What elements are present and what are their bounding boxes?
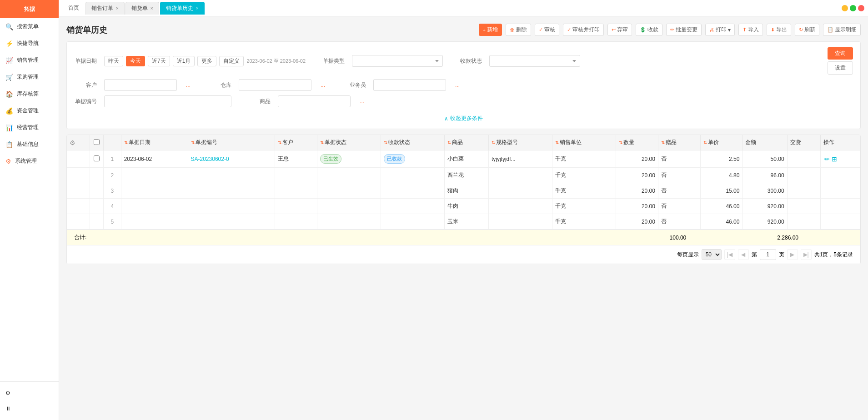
display-detail-button[interactable]: 📋 显示明细: [823, 24, 861, 36]
row-pay-status-4: [381, 214, 445, 230]
row-checkbox-1[interactable]: [90, 168, 103, 183]
sales-rep-input[interactable]: [373, 79, 446, 91]
collapse-icon: ⏸: [5, 405, 11, 412]
col-qty[interactable]: ⇅数量: [616, 135, 658, 150]
tab-sales-order-close[interactable]: ×: [116, 6, 119, 11]
doc-type-select[interactable]: [352, 55, 443, 67]
pay-status-badge-0: 已收款: [384, 154, 405, 164]
table-header-row: ⚙ ⇅单据日期 ⇅单据编号 ⇅客户 ⇅单据状态 ⇅收款状态 ⇅商品 ⇅规格型号 …: [67, 135, 860, 150]
col-settings-icon[interactable]: ⚙: [70, 139, 75, 146]
delete-button[interactable]: 🗑 删除: [506, 24, 531, 36]
tab-sales-history[interactable]: 销货单历史 ×: [160, 2, 205, 15]
refresh-button[interactable]: ↻ 刷新: [795, 24, 819, 36]
col-doc-date[interactable]: ⇅单据日期: [121, 135, 188, 150]
product-dots[interactable]: ...: [358, 98, 366, 105]
col-settings[interactable]: ⚙: [67, 135, 90, 150]
sidebar-item-purchase-mgmt[interactable]: 🛒 采购管理: [0, 69, 59, 85]
sidebar-item-search-menu[interactable]: 🔍 搜索菜单: [0, 18, 59, 35]
sales-rep-dots[interactable]: ...: [453, 82, 462, 88]
date-btn-1month[interactable]: 近1月: [173, 56, 195, 66]
tab-home[interactable]: 首页: [63, 2, 85, 15]
sidebar-item-finance[interactable]: 💰 资金管理: [0, 102, 59, 119]
sidebar-item-ops[interactable]: 📊 经营管理: [0, 119, 59, 136]
per-page-select[interactable]: 50: [702, 249, 722, 260]
tab-sales-order[interactable]: 销售订单 ×: [85, 2, 125, 15]
row-doc-no-3[interactable]: [188, 199, 275, 214]
product-input[interactable]: [278, 95, 351, 107]
row-checkbox-3[interactable]: [90, 199, 103, 214]
export-button[interactable]: ⬇ 导出: [767, 24, 791, 36]
collect-button[interactable]: 💲 收款: [636, 24, 662, 36]
col-doc-status[interactable]: ⇅单据状态: [317, 135, 381, 150]
filter-settings-button[interactable]: 设置: [828, 61, 853, 75]
row-doc-no-2[interactable]: [188, 183, 275, 199]
sidebar-collapse-btn[interactable]: ⏸: [0, 401, 59, 416]
customer-input[interactable]: [104, 79, 177, 91]
row-gift-4: 否: [658, 214, 700, 230]
prev-page-btn[interactable]: ◀: [738, 249, 749, 260]
audit-print-button[interactable]: ✓ 审核并打印: [563, 24, 604, 36]
sidebar-item-basic-info[interactable]: 📋 基础信息: [0, 136, 59, 153]
date-btn-yesterday[interactable]: 昨天: [104, 56, 123, 66]
audit-button[interactable]: ✓ 审核: [535, 24, 559, 36]
batch-change-button[interactable]: ✏ 批量变更: [666, 24, 702, 36]
tab-sales-history-close[interactable]: ×: [196, 6, 199, 11]
payment-status-select[interactable]: [489, 55, 580, 67]
last-page-btn[interactable]: ▶|: [801, 249, 812, 260]
print-button[interactable]: 🖨 打印 ▾: [705, 24, 735, 36]
sidebar-item-sales-mgmt[interactable]: 📈 销售管理: [0, 52, 59, 69]
date-btn-more[interactable]: 更多: [197, 56, 216, 66]
col-pay-status[interactable]: ⇅收款状态: [381, 135, 445, 150]
toolbar: + 新增 🗑 删除 ✓ 审核 ✓ 审核并打印 ↩ 弃审: [479, 24, 861, 36]
select-all-checkbox[interactable]: [94, 139, 100, 145]
row-doc-no-0[interactable]: SA-20230602-0: [188, 150, 275, 168]
sidebar-item-inventory[interactable]: 🏠 库存核算: [0, 85, 59, 102]
doc-no-label: 单据编号: [74, 98, 97, 105]
total-info: 共1页，5条记录: [814, 251, 853, 259]
col-customer[interactable]: ⇅客户: [275, 135, 317, 150]
maximize-button[interactable]: [850, 5, 856, 11]
col-unit[interactable]: ⇅销售单位: [552, 135, 616, 150]
row-doc-no-4[interactable]: [188, 214, 275, 230]
filter-row-3: 单据编号 商品 ...: [74, 95, 853, 107]
first-page-btn[interactable]: |◀: [724, 249, 735, 260]
col-unit-price[interactable]: ⇅单价: [700, 135, 743, 150]
row-checkbox-0[interactable]: [90, 150, 103, 168]
warehouse-input[interactable]: [239, 79, 311, 91]
collapse-btn[interactable]: ∧ 收起更多条件: [74, 112, 853, 123]
col-product[interactable]: ⇅商品: [445, 135, 489, 150]
col-gift[interactable]: ⇅赠品: [658, 135, 700, 150]
row-delete-btn-0[interactable]: ⊞: [831, 155, 838, 163]
close-button[interactable]: [858, 5, 864, 11]
sidebar-settings-btn[interactable]: ⚙: [0, 385, 59, 401]
row-spec-1: [488, 168, 552, 183]
col-doc-no[interactable]: ⇅单据编号: [188, 135, 275, 150]
next-page-btn[interactable]: ▶: [787, 249, 798, 260]
date-btn-custom[interactable]: 自定义: [219, 56, 244, 66]
table: ⚙ ⇅单据日期 ⇅单据编号 ⇅客户 ⇅单据状态 ⇅收款状态 ⇅商品 ⇅规格型号 …: [67, 135, 860, 230]
warehouse-dots[interactable]: ...: [319, 82, 327, 88]
date-label: 单据日期: [74, 57, 97, 65]
customer-dots[interactable]: ...: [184, 82, 192, 88]
doc-no-input[interactable]: [104, 95, 231, 107]
sidebar-item-quick-nav[interactable]: ⚡ 快捷导航: [0, 35, 59, 52]
tab-sales-delivery[interactable]: 销货单 ×: [125, 2, 159, 15]
date-btn-today[interactable]: 今天: [126, 56, 145, 66]
minimize-button[interactable]: [842, 5, 848, 11]
row-checkbox-input-0[interactable]: [94, 155, 100, 161]
row-doc-no-1[interactable]: [188, 168, 275, 183]
query-button[interactable]: 查询: [828, 47, 853, 60]
row-amount-2: 300.00: [743, 183, 787, 199]
abandon-button[interactable]: ↩ 弃审: [607, 24, 632, 36]
chevron-up-icon: ∧: [444, 115, 448, 122]
row-edit-btn-0[interactable]: ✏: [823, 155, 831, 163]
col-spec[interactable]: ⇅规格型号: [488, 135, 552, 150]
date-btn-7days[interactable]: 近7天: [148, 56, 170, 66]
tab-sales-delivery-close[interactable]: ×: [151, 6, 153, 11]
add-button[interactable]: + 新增: [479, 24, 502, 36]
import-button[interactable]: ⬆ 导入: [738, 24, 763, 36]
row-checkbox-4[interactable]: [90, 214, 103, 230]
page-input[interactable]: [760, 249, 776, 260]
sidebar-item-sys-mgmt[interactable]: ⚙ 系统管理: [0, 153, 59, 170]
row-checkbox-2[interactable]: [90, 183, 103, 199]
